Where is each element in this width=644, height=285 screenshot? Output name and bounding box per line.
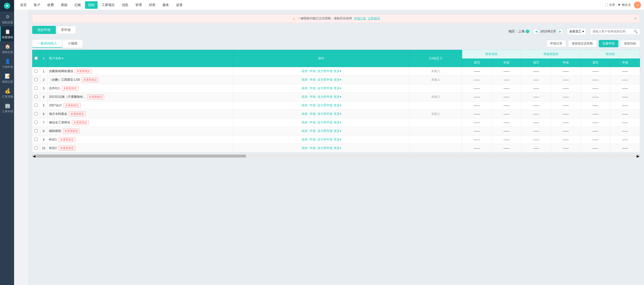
op-zero[interactable]: 设为零申报 <box>317 138 333 141</box>
op-submit[interactable]: 申报 <box>310 129 316 133</box>
notice-link-summary[interactable]: 申报汇签 <box>354 16 366 21</box>
nav-operations[interactable]: 经营 <box>146 1 158 9</box>
op-tax-table[interactable]: 税表 <box>302 69 308 73</box>
op-tax-table[interactable]: 税表 <box>302 129 308 133</box>
search-input[interactable] <box>592 30 633 33</box>
row-checkbox[interactable] <box>34 104 38 107</box>
op-more[interactable]: 更多▾ <box>334 121 341 124</box>
nav-messages[interactable]: 消息 <box>119 1 131 9</box>
op-zero[interactable]: 设为零申报 <box>317 121 333 124</box>
op-tax-table[interactable]: 税表 <box>302 146 308 150</box>
row-checkbox[interactable] <box>34 95 38 98</box>
op-more[interactable]: 更多▾ <box>334 86 341 90</box>
op-more[interactable]: 更多▾ <box>334 138 341 141</box>
row-index: 7 <box>40 118 48 127</box>
sidebar-item-tax-records[interactable]: 📝 报税记录 <box>0 71 14 86</box>
op-tax-table[interactable]: 税表 <box>302 112 308 116</box>
op-more[interactable]: 更多▾ <box>334 112 341 116</box>
scroll-left-button[interactable]: ◀ <box>32 155 36 158</box>
nav-tax[interactable]: 报税 <box>85 1 98 9</box>
op-submit[interactable]: 申报 <box>310 69 316 73</box>
op-zero[interactable]: 设为零申报 <box>317 129 333 133</box>
collect-receipt-button[interactable]: 收取回执 <box>620 40 640 47</box>
row-checkbox[interactable] <box>34 69 38 73</box>
scrollbar-thumb[interactable] <box>36 155 246 158</box>
op-more[interactable]: 更多▾ <box>334 146 341 150</box>
fullscreen-button[interactable]: ⛶ 全屏 <box>605 3 615 7</box>
nav-management[interactable]: 管理 <box>132 1 145 9</box>
tab-tax-declaration[interactable]: 税款申报 <box>32 26 56 34</box>
row-additional-submit: —— <box>610 135 640 144</box>
select-all-checkbox[interactable] <box>34 57 38 60</box>
date-next-button[interactable]: ▶ <box>557 29 563 34</box>
row-ca-status <box>410 144 462 153</box>
op-more[interactable]: 更多▾ <box>334 129 341 133</box>
op-more[interactable]: 更多▾ <box>334 104 341 107</box>
row-checkbox[interactable] <box>34 86 38 90</box>
sort-icon[interactable]: ▾ <box>62 57 63 60</box>
row-checkbox[interactable] <box>34 78 38 81</box>
row-checkbox[interactable] <box>34 121 38 124</box>
op-tax-table[interactable]: 税表 <box>302 95 308 99</box>
sub-tab-small-scale[interactable]: 小规模 <box>62 39 83 48</box>
info-icon[interactable]: i <box>526 30 529 33</box>
nav-billing[interactable]: 收费 <box>44 1 57 9</box>
op-tax-table[interactable]: 税表 <box>302 104 308 107</box>
op-tax-table[interactable]: 税表 <box>302 78 308 81</box>
declaration-records-button[interactable]: 申报记录 <box>546 40 566 47</box>
op-zero[interactable]: 设为零申报 <box>317 78 333 81</box>
op-submit[interactable]: 申报 <box>310 86 316 90</box>
nav-clients[interactable]: 客户 <box>31 1 43 9</box>
notice-close-button[interactable]: × <box>634 16 637 21</box>
update-tax-button[interactable]: 更新税定及取数 <box>568 40 597 47</box>
location-selector[interactable]: 地区：上海 i <box>508 29 529 34</box>
batch-declare-button[interactable]: 批量申报 <box>599 40 618 47</box>
sidebar-item-tax-overview[interactable]: 🏠 报税总览 <box>0 41 14 56</box>
op-submit[interactable]: 申报 <box>310 112 316 116</box>
search-icon[interactable]: 🔍 <box>634 30 638 33</box>
nav-accounting[interactable]: 记账 <box>71 1 84 9</box>
sidebar-item-batch-tax[interactable]: 📋 批量报税 <box>0 26 14 41</box>
op-tax-table[interactable]: 税表 <box>302 138 308 141</box>
op-submit[interactable]: 申报 <box>310 146 316 150</box>
horizontal-scrollbar[interactable]: ◀ ▶ <box>32 155 640 158</box>
row-checkbox[interactable] <box>34 112 38 115</box>
op-zero[interactable]: 设为零申报 <box>317 69 333 73</box>
notice-link-buy[interactable]: 立即购买 <box>368 16 380 21</box>
op-zero[interactable]: 设为零申报 <box>317 112 333 116</box>
nav-business[interactable]: 工商项目 <box>99 1 118 9</box>
op-submit[interactable]: 申报 <box>310 95 316 99</box>
op-tax-table[interactable]: 税表 <box>302 86 308 90</box>
sidebar-item-business-report[interactable]: 🏢 工商年报 <box>0 101 14 115</box>
sidebar-item-individual-tax[interactable]: 👤 个税申报 <box>0 56 14 71</box>
scroll-right-button[interactable]: ▶ <box>636 155 640 158</box>
member-button[interactable]: ▶ 畅会员 <box>618 3 631 7</box>
op-tax-table[interactable]: 税表 <box>302 121 308 124</box>
op-submit[interactable]: 申报 <box>310 138 316 141</box>
nav-invoices[interactable]: 票据 <box>58 1 70 9</box>
op-zero[interactable]: 设为零申报 <box>317 104 333 107</box>
op-submit[interactable]: 申报 <box>310 104 316 107</box>
row-checkbox[interactable] <box>34 129 38 132</box>
avatar[interactable]: U <box>634 2 641 9</box>
scrollbar-track[interactable] <box>36 155 636 158</box>
op-more[interactable]: 更多▾ <box>334 69 341 73</box>
nav-services[interactable]: 服务 <box>159 1 172 9</box>
op-submit[interactable]: 申报 <box>310 121 316 124</box>
staff-selector[interactable]: 全部员工 ▾ <box>567 28 586 35</box>
date-prev-button[interactable]: ◀ <box>533 29 539 34</box>
tab-zero-declaration[interactable]: 零申报 <box>56 26 76 34</box>
op-submit[interactable]: 申报 <box>310 78 316 81</box>
op-zero[interactable]: 设为零申报 <box>317 86 333 90</box>
row-checkbox[interactable] <box>34 146 38 150</box>
row-checkbox[interactable] <box>34 138 38 141</box>
sub-tab-general[interactable]: 一般的纳税人 <box>32 39 62 48</box>
op-more[interactable]: 更多▾ <box>334 78 341 81</box>
nav-home[interactable]: 首页 <box>17 1 30 9</box>
nav-settings[interactable]: 设置 <box>173 1 186 9</box>
op-more[interactable]: 更多▾ <box>334 95 341 99</box>
sidebar-item-settlement[interactable]: 💰 汇算清缴 <box>0 86 14 101</box>
sidebar-item-tax-settings[interactable]: ⚙ 报税设置 <box>0 12 14 26</box>
op-zero[interactable]: 设为零申报 <box>317 95 333 99</box>
op-zero[interactable]: 设为零申报 <box>317 146 333 150</box>
